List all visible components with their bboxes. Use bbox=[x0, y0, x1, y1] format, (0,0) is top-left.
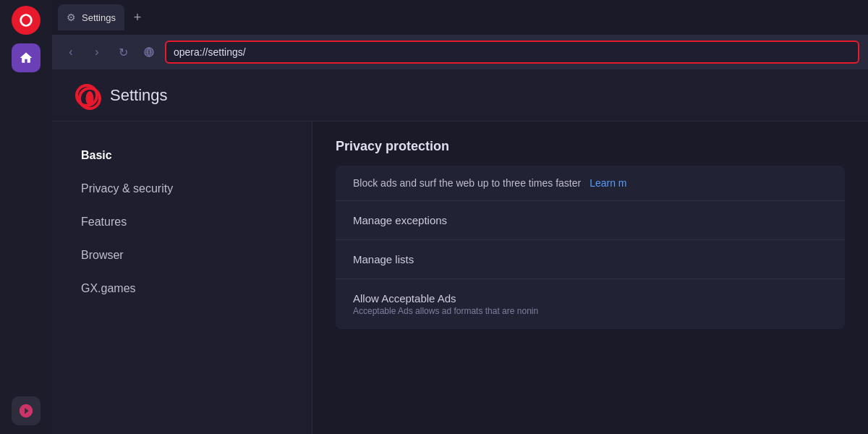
privacy-card-header: Block ads and surf the web up to three t… bbox=[336, 166, 845, 201]
svg-point-4 bbox=[86, 91, 94, 106]
privacy-item-ads-sub: Acceptable Ads allows ad formats that ar… bbox=[353, 306, 827, 316]
sidebar bbox=[0, 0, 52, 434]
settings-tab[interactable]: ⚙ Settings bbox=[58, 4, 124, 30]
tab-label: Settings bbox=[82, 12, 116, 23]
sidebar-arktube-button[interactable] bbox=[12, 396, 41, 425]
address-bar[interactable]: opera://settings/ bbox=[165, 41, 859, 64]
forward-button[interactable]: › bbox=[87, 42, 107, 62]
svg-point-1 bbox=[23, 16, 28, 25]
privacy-card-header-text: Block ads and surf the web up to three t… bbox=[353, 177, 581, 189]
new-tab-button[interactable]: + bbox=[127, 7, 148, 27]
gear-icon: ⚙ bbox=[67, 12, 76, 23]
learn-more-link[interactable]: Learn m bbox=[590, 177, 626, 189]
nav-item-browser[interactable]: Browser bbox=[52, 239, 312, 272]
privacy-item-acceptable-ads[interactable]: Allow Acceptable Ads Acceptable Ads allo… bbox=[336, 279, 845, 329]
nav-item-gx[interactable]: GX.games bbox=[52, 272, 312, 305]
globe-icon bbox=[139, 42, 159, 62]
privacy-item-ads-label: Allow Acceptable Ads bbox=[353, 292, 827, 305]
nav-item-basic[interactable]: Basic bbox=[52, 139, 312, 172]
privacy-card: Block ads and surf the web up to three t… bbox=[336, 166, 845, 329]
privacy-item-exceptions[interactable]: Manage exceptions bbox=[336, 201, 845, 240]
back-button[interactable]: ‹ bbox=[61, 42, 81, 62]
privacy-item-exceptions-label: Manage exceptions bbox=[353, 214, 827, 226]
settings-content: Basic Privacy & security Features Browse… bbox=[52, 122, 868, 434]
sidebar-home-button[interactable] bbox=[12, 43, 41, 72]
opera-menu-button[interactable] bbox=[12, 6, 41, 35]
nav-item-privacy[interactable]: Privacy & security bbox=[52, 172, 312, 205]
address-text: opera://settings/ bbox=[174, 46, 246, 58]
reload-button[interactable]: ↻ bbox=[113, 42, 133, 62]
nav-bar: ‹ › ↻ opera://settings/ bbox=[52, 35, 868, 69]
settings-opera-logo bbox=[75, 84, 98, 107]
privacy-item-lists[interactable]: Manage lists bbox=[336, 240, 845, 279]
settings-title: Settings bbox=[110, 86, 168, 105]
tab-bar: ⚙ Settings + bbox=[52, 0, 868, 35]
nav-item-features[interactable]: Features bbox=[52, 205, 312, 239]
privacy-item-lists-label: Manage lists bbox=[353, 253, 827, 265]
browser-main: ⚙ Settings + ‹ › ↻ opera://settings/ bbox=[52, 0, 868, 434]
settings-panel: Privacy protection Block ads and surf th… bbox=[312, 122, 868, 434]
section-title: Privacy protection bbox=[336, 139, 845, 154]
settings-wrapper: Settings Basic Privacy & security Featur… bbox=[52, 69, 868, 434]
content-area: Settings Basic Privacy & security Featur… bbox=[52, 69, 868, 434]
settings-nav: Basic Privacy & security Features Browse… bbox=[52, 122, 312, 434]
settings-header: Settings bbox=[52, 69, 868, 122]
